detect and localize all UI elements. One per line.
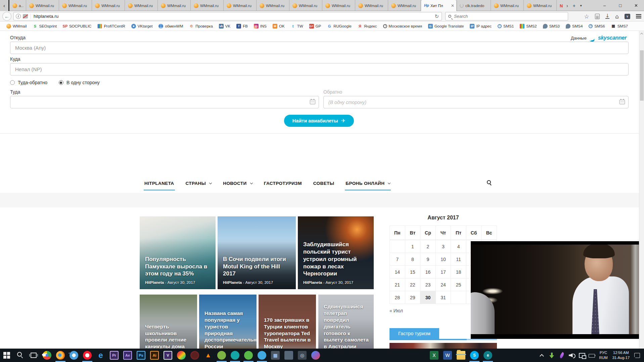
- action-center-icon[interactable]: [633, 351, 641, 360]
- address-bar[interactable]: i hitplaneta.ru ↻: [13, 12, 442, 20]
- calendar-day-cell[interactable]: 4: [451, 240, 466, 253]
- close-button[interactable]: ✕: [628, 0, 644, 11]
- radio-selected-icon[interactable]: [59, 80, 63, 85]
- wmmail[interactable]: WMmail: [3, 21, 30, 31]
- new-tab-button[interactable]: +: [570, 3, 578, 8]
- vlc[interactable]: ▲: [204, 351, 213, 360]
- chrome[interactable]: [43, 351, 51, 360]
- profitcentr[interactable]: ProfiTCentR: [94, 21, 128, 31]
- home-icon[interactable]: ⌂: [615, 13, 619, 20]
- tray-download-icon[interactable]: [548, 351, 556, 360]
- яндекс[interactable]: Я Яндекс: [355, 21, 380, 31]
- file-explorer[interactable]: [457, 351, 465, 360]
- browser-tab[interactable]: WMmail.ru: [289, 0, 322, 11]
- scroll-tabs-left-button[interactable]: ‹: [0, 0, 9, 11]
- calendar-day-cell[interactable]: 16: [420, 266, 436, 278]
- menu-icon[interactable]: [636, 14, 641, 18]
- seosprint[interactable]: S SEOsprint: [30, 21, 60, 31]
- hitplaneta[interactable]: HITPLANETA: [144, 176, 175, 191]
- list-all-tabs-button[interactable]: ▾: [578, 4, 584, 7]
- calendar-day-cell[interactable]: 8: [405, 253, 421, 266]
- skype[interactable]: S: [470, 351, 479, 360]
- camera[interactable]: ◎: [298, 351, 307, 360]
- language-indicator[interactable]: РУС RUM: [599, 350, 608, 360]
- article-card[interactable]: Четверть школьников провели летние каник…: [140, 295, 197, 349]
- scroll-tabs-right-button[interactable]: ›: [564, 3, 570, 8]
- permission-blocked-icon[interactable]: [23, 14, 28, 18]
- socpublic[interactable]: SP SOCPUBLIC: [60, 21, 94, 31]
- browser-tab[interactable]: WMmail.ru: [92, 0, 125, 11]
- battery-icon[interactable]: [588, 351, 596, 360]
- calendar-day-cell[interactable]: 29: [405, 291, 421, 304]
- roundtrip-radio[interactable]: Туда-обратно: [10, 80, 47, 85]
- search-bar[interactable]: [445, 12, 568, 20]
- clock[interactable]: 12:56 AM 31-Aug-17: [612, 350, 630, 360]
- tray-feather-icon[interactable]: [558, 351, 566, 360]
- московское-время[interactable]: Московское время: [380, 21, 425, 31]
- ok[interactable]: ✉ OK: [270, 21, 288, 31]
- calendar-day-cell[interactable]: 21: [390, 278, 405, 291]
- browser-tab[interactable]: WMmail.ru: [524, 0, 557, 11]
- fb[interactable]: f FB: [233, 21, 251, 31]
- calendar-day-cell[interactable]: 23: [420, 278, 436, 291]
- article-card[interactable]: 170 застрявших в Турции клиентов туропер…: [259, 295, 316, 349]
- calendar-day-cell[interactable]: 10: [436, 253, 451, 266]
- calendar-day-cell[interactable]: 31: [436, 291, 451, 304]
- browser-tab[interactable]: WMmail.ru: [224, 0, 257, 11]
- calendar-day-cell[interactable]: 28: [390, 291, 405, 304]
- page-scrollbar[interactable]: [639, 31, 644, 349]
- calculator[interactable]: ▦: [271, 351, 280, 360]
- article-card[interactable]: Популярность Памуккале выросла в этом го…: [140, 216, 216, 289]
- sms6[interactable]: SMS6: [586, 21, 608, 31]
- scroll-up-icon[interactable]: [640, 33, 643, 36]
- бронь-онлайн[interactable]: БРОНЬ ОНЛАЙН: [345, 176, 391, 191]
- android-emulator[interactable]: [217, 351, 226, 360]
- return-date-input[interactable]: [323, 96, 629, 108]
- bookmark-star-icon[interactable]: ☆: [584, 13, 589, 20]
- app-teal[interactable]: [231, 351, 239, 360]
- calendar-day-cell[interactable]: [390, 240, 405, 253]
- article-card[interactable]: Названа самая популярная у туристов прир…: [199, 295, 257, 349]
- reading-list-icon[interactable]: [595, 14, 600, 19]
- after-effects[interactable]: Ae: [123, 351, 132, 360]
- советы[interactable]: СОВЕТЫ: [313, 176, 335, 191]
- back-button[interactable]: ←: [2, 12, 11, 21]
- find-flights-button[interactable]: Найти авиабилеты ✈: [284, 115, 354, 127]
- browser-tab[interactable]: WMmail.ru: [388, 0, 421, 11]
- новости[interactable]: НОВОСТИ: [222, 176, 253, 191]
- to-input[interactable]: [10, 63, 629, 75]
- browser-tab[interactable]: WMmail.ru: [257, 0, 289, 11]
- task-view-button[interactable]: [29, 351, 38, 360]
- calendar-day-cell[interactable]: 9: [420, 253, 436, 266]
- ins[interactable]: ◎ INS: [251, 21, 270, 31]
- site-info-icon[interactable]: i: [16, 14, 21, 19]
- browser-tab[interactable]: WMmail.ru: [322, 0, 355, 11]
- calendar-day-cell[interactable]: 18: [451, 266, 466, 278]
- search-button[interactable]: [16, 351, 25, 360]
- calendar-day-cell[interactable]: 15: [405, 266, 421, 278]
- from-input[interactable]: [10, 42, 629, 54]
- sms7[interactable]: ▦ SMS7: [608, 21, 631, 31]
- browser-tab[interactable]: clk.tradedo: [457, 0, 491, 11]
- tw[interactable]: t TW: [288, 21, 306, 31]
- browser-tab[interactable]: [557, 0, 564, 11]
- browser-tab[interactable]: WMmail.ru: [158, 0, 191, 11]
- гастротуризм[interactable]: ГАСТРОТУРИЗМ: [263, 176, 303, 191]
- pocket-icon[interactable]: ∨: [625, 14, 630, 19]
- sms2[interactable]: SMS2: [517, 21, 540, 31]
- browser-tab[interactable]: WMmail.ru: [491, 0, 524, 11]
- gastro-article-image[interactable]: [389, 343, 497, 349]
- calendar-day-cell[interactable]: [451, 291, 466, 304]
- app-v[interactable]: V: [164, 351, 172, 360]
- firefox[interactable]: [56, 351, 65, 360]
- calendar-day-cell[interactable]: 7: [390, 253, 405, 266]
- calendar-day-cell[interactable]: 22: [405, 278, 421, 291]
- network-icon[interactable]: [578, 351, 586, 360]
- browser-tab[interactable]: ail.ru: [9, 0, 26, 11]
- article-card[interactable]: В Сочи подвели итоги Motul King of the H…: [218, 216, 296, 289]
- start-button[interactable]: [2, 351, 11, 360]
- ip-адрес[interactable]: IP IP адрес: [467, 21, 495, 31]
- search-input[interactable]: [454, 14, 565, 19]
- sms4[interactable]: SMS4: [563, 21, 586, 31]
- app-steel[interactable]: [284, 351, 293, 360]
